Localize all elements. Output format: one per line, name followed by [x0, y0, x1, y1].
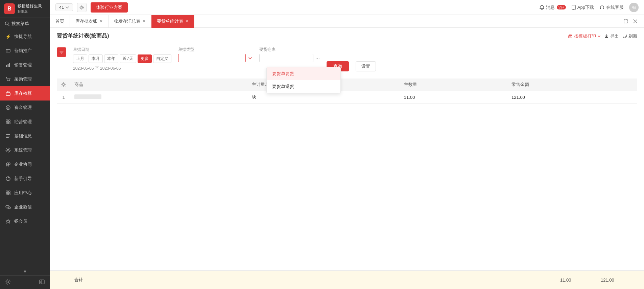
search-menu-item[interactable]: 搜索菜单 [0, 18, 50, 29]
svg-line-1 [8, 25, 9, 26]
export-icon [604, 34, 609, 39]
phone-icon [571, 5, 576, 10]
svg-rect-25 [8, 191, 10, 193]
sidebar-item-purchase[interactable]: 采购管理 [0, 72, 50, 86]
warehouse-filter-group: 要货仓库 ··· [259, 47, 320, 62]
sidebar-item-basic[interactable]: 基础信息 [0, 129, 50, 143]
export-button[interactable]: 导出 [604, 33, 619, 39]
type-dropdown-arrow[interactable] [248, 56, 253, 61]
tab-maximize-button[interactable] [621, 17, 630, 26]
sidebar-item-label: 经营管理 [14, 119, 32, 125]
type-filter-label: 单据类型 [178, 47, 253, 52]
user-avatar-text: Rit [631, 5, 636, 9]
tab-batch-account-close[interactable]: ✕ [99, 19, 103, 24]
filter-toggle-button[interactable] [57, 47, 66, 57]
type-filter-input[interactable] [178, 54, 246, 62]
svg-point-42 [63, 84, 65, 86]
chevron-down-icon [65, 5, 69, 9]
svg-point-34 [81, 6, 83, 8]
date-quick-buttons-row: 上月 本月 本年 近7天 更多 自定义 [73, 54, 171, 63]
filter-settings-button[interactable]: 设置 [356, 61, 376, 71]
filter-bar: 单据日期 上月 本月 本年 近7天 更多 自定义 2023-05-06 至 20… [50, 43, 644, 75]
total-label: 合计 [70, 274, 516, 286]
tab-receivable[interactable]: 收发存汇总表 ✕ [109, 15, 151, 28]
date-btn-this-month[interactable]: 本月 [89, 54, 103, 63]
total-unit [516, 274, 556, 286]
svg-rect-38 [603, 8, 604, 9]
svg-rect-37 [600, 8, 601, 9]
sidebar-item-member[interactable]: 畅会员 [0, 214, 50, 228]
row-amount: 121.00 [507, 91, 637, 104]
date-btn-this-year[interactable]: 本年 [104, 54, 118, 63]
date-btn-custom[interactable]: 自定义 [153, 54, 171, 63]
sidebar-item-appstore[interactable]: 应用中心 [0, 186, 50, 200]
tab-home-label: 首页 [55, 18, 64, 24]
print-icon [568, 34, 573, 39]
tab-close-all-button[interactable] [630, 17, 640, 26]
dropdown-item-order-return[interactable]: 要货单退货 [267, 80, 340, 93]
user-profile[interactable]: Rit [629, 3, 639, 12]
sidebar-item-label: 采购管理 [14, 76, 32, 82]
dropdown-arrow-icon [597, 35, 601, 38]
logo-icon: B [4, 3, 15, 14]
maximize-icon [623, 19, 628, 24]
date-range-text: 2023-05-06 至 2023-06-06 [73, 66, 171, 71]
topbar-gear-button[interactable] [77, 3, 87, 12]
svg-rect-14 [6, 122, 8, 124]
sidebar-item-inventory[interactable]: 库存核算 [0, 86, 50, 101]
tab-order-stat-label: 要货单统计表 [157, 18, 183, 24]
sidebar-scroll-down[interactable]: ▼ [0, 267, 50, 275]
logo-sub: 标准版 [18, 9, 42, 14]
svg-rect-40 [569, 37, 571, 37]
purchase-icon [5, 76, 11, 83]
content-area: 要货单统计表(按商品) 按模板打印 导出 刷新 [50, 28, 644, 289]
sidebar-item-guide[interactable]: ? 新手引导 [0, 172, 50, 186]
sidebar-item-label: 应用中心 [14, 190, 32, 196]
date-btn-prev-month[interactable]: 上月 [73, 54, 87, 63]
main-area: 41 体验行业方案 消息 99+ App下载 在线客服 [50, 0, 644, 289]
sidebar-item-wechat[interactable]: 企业微信 [0, 200, 50, 214]
collapse-sidebar-icon[interactable] [39, 279, 45, 286]
refresh-button[interactable]: 刷新 [622, 33, 637, 39]
svg-rect-12 [6, 120, 8, 121]
tab-receivable-close[interactable]: ✕ [142, 19, 146, 24]
date-btn-last-7-days[interactable]: 近7天 [120, 54, 136, 63]
messages-button[interactable]: 消息 99+ [539, 4, 566, 10]
sidebar-item-finance[interactable]: ¥ 资金管理 [0, 101, 50, 115]
tab-batch-account[interactable]: 库存批次账 ✕ [70, 15, 109, 28]
total-amount: 121.00 [597, 274, 637, 286]
topbar: 41 体验行业方案 消息 99+ App下载 在线客服 [50, 0, 644, 15]
tab-order-stat[interactable]: 要货单统计表 ✕ [151, 15, 194, 28]
online-support-button[interactable]: 在线客服 [599, 4, 624, 10]
sidebar-item-label: 快捷导航 [14, 34, 32, 40]
date-btn-more[interactable]: 更多 [138, 54, 152, 63]
tab-order-stat-close[interactable]: ✕ [185, 19, 189, 24]
column-settings-icon[interactable] [61, 82, 66, 87]
sidebar-item-operation[interactable]: 经营管理 [0, 115, 50, 129]
print-template-button[interactable]: 按模板打印 [568, 33, 601, 39]
warehouse-filter-label: 要货仓库 [259, 47, 320, 52]
dropdown-item-order-request[interactable]: 要货单要货 [267, 67, 340, 80]
sidebar-item-enterprise[interactable]: 企业协同 [0, 157, 50, 172]
warehouse-more-button[interactable]: ··· [315, 55, 320, 61]
trial-button[interactable]: 体验行业方案 [91, 2, 128, 13]
col-quantity-header: 主数量 [400, 79, 507, 91]
sidebar-item-marketing[interactable]: 营销推广 [0, 44, 50, 58]
sidebar-item-label: 资金管理 [14, 105, 32, 111]
search-menu-label: 搜索菜单 [11, 21, 29, 27]
warehouse-filter-input[interactable] [259, 54, 313, 62]
tabs-bar: 首页 库存批次账 ✕ 收发存汇总表 ✕ 要货单统计表 ✕ [50, 15, 644, 28]
sidebar-item-system[interactable]: 系统管理 [0, 143, 50, 157]
sidebar-item-sales[interactable]: 销售管理 [0, 58, 50, 72]
svg-rect-2 [6, 49, 10, 52]
store-number: 41 [59, 5, 64, 10]
svg-point-19 [7, 150, 9, 151]
store-selector[interactable]: 41 [55, 3, 73, 11]
tab-home[interactable]: 首页 [50, 15, 70, 28]
date-filter-group: 单据日期 上月 本月 本年 近7天 更多 自定义 2023-05-06 至 20… [73, 47, 171, 71]
settings-footer-icon[interactable] [5, 279, 11, 286]
app-download-button[interactable]: App下载 [571, 4, 594, 10]
date-quick-buttons: 上月 本月 本年 近7天 更多 自定义 [73, 54, 171, 63]
sidebar-item-quick-nav[interactable]: ⚡ 快捷导航 [0, 29, 50, 44]
page-actions: 按模板打印 导出 刷新 [568, 33, 637, 39]
